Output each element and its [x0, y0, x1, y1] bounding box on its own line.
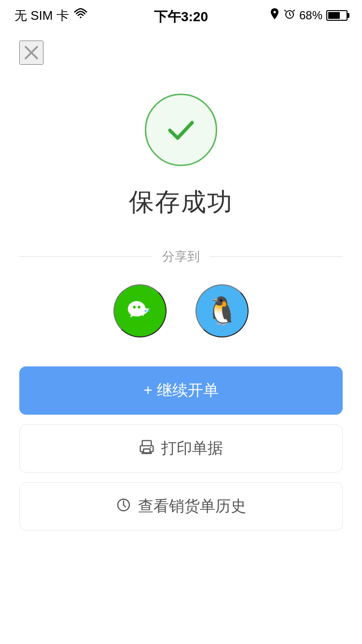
svg-rect-8: [143, 449, 150, 453]
print-icon: [139, 439, 154, 458]
svg-point-9: [150, 447, 152, 448]
continue-label: + 继续开单: [143, 380, 219, 401]
history-label: 查看销货单历史: [138, 496, 246, 517]
close-button[interactable]: [19, 41, 43, 65]
close-button-area: [0, 31, 362, 74]
success-circle: [145, 94, 217, 166]
wifi-icon: [74, 7, 87, 24]
svg-point-0: [80, 16, 82, 18]
print-button[interactable]: 打印单据: [19, 424, 343, 473]
location-icon: [269, 8, 280, 23]
svg-point-5: [145, 310, 147, 312]
carrier-text: 无 SIM 卡: [14, 7, 69, 24]
battery-percent: 68%: [299, 9, 322, 22]
success-title: 保存成功: [129, 185, 233, 219]
status-time: 下午3:20: [154, 8, 208, 26]
qq-symbol: 🐧: [205, 297, 239, 324]
action-buttons: + 继续开单 打印单据 查看销货单历史: [19, 366, 343, 531]
wechat-share-button[interactable]: [113, 284, 167, 337]
wechat-icon: [125, 296, 154, 325]
history-icon: [116, 497, 131, 516]
svg-point-6: [148, 310, 150, 312]
share-line-right: [209, 256, 343, 257]
share-line-left: [19, 256, 153, 257]
share-label: 分享到: [162, 248, 200, 265]
status-left: 无 SIM 卡: [14, 7, 87, 24]
share-divider-row: 分享到: [19, 248, 343, 265]
main-content: 保存成功 分享到 🐧 + 继续开单: [0, 74, 362, 644]
svg-point-1: [273, 11, 276, 14]
continue-button[interactable]: + 继续开单: [19, 366, 343, 415]
success-icon-container: [145, 94, 217, 166]
history-button[interactable]: 查看销货单历史: [19, 482, 343, 531]
status-bar: 无 SIM 卡 下午3:20: [0, 0, 362, 31]
alarm-icon: [284, 8, 295, 23]
status-right: 68%: [269, 8, 348, 23]
svg-rect-7: [142, 440, 152, 446]
share-icons-row: 🐧: [113, 284, 249, 337]
qq-share-button[interactable]: 🐧: [195, 284, 249, 337]
battery-icon: [326, 10, 348, 21]
print-label: 打印单据: [161, 438, 223, 459]
checkmark-icon: [164, 113, 198, 147]
share-section: 分享到 🐧: [19, 248, 343, 337]
